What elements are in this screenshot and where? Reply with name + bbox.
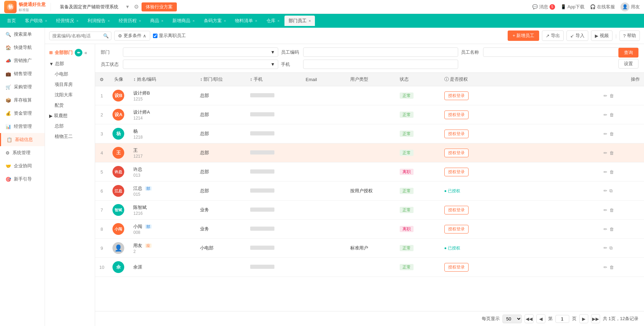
delete-icon[interactable]: 🗑 [609,265,614,270]
close-icon[interactable]: × [278,19,280,23]
nav-item-warehouse[interactable]: 仓库 × [262,16,284,26]
col-phone-header[interactable]: ↕ 手机 [246,73,302,86]
empcode-input[interactable] [303,47,459,57]
auth-button[interactable]: 授权登录 [444,149,469,157]
copy-icon[interactable]: ⧉ [609,188,613,194]
delete-icon[interactable]: 🗑 [609,131,614,136]
delete-icon[interactable]: 🗑 [609,150,614,156]
edit-icon[interactable]: ✏ [604,93,607,98]
dept-item-shenyangdaku[interactable]: 沈阳大库 [45,90,95,100]
sidebar-item-search[interactable]: 🔍 搜索菜单 [0,28,45,41]
page-size-select[interactable]: 50 20 100 [502,315,522,323]
col-dept-header[interactable]: ↕ 部门/职位 [196,73,246,86]
nav-item-add-goods[interactable]: 新增商品 × [168,16,199,26]
system-title-dropdown-icon[interactable]: ▼ [125,4,130,9]
sidebar-item-marketing[interactable]: 📣 营销推广 [0,54,45,67]
sidebar-item-quicknav[interactable]: 🏠 快捷导航 [0,41,45,54]
col-name-header[interactable]: ↕ 姓名/编码 [129,73,196,86]
edit-icon[interactable]: ✏ [604,112,607,117]
sidebar-item-management[interactable]: 📊 经营管理 [0,120,45,133]
dept-item-xiangmukufang[interactable]: 项目库房 [45,79,95,90]
nav-item-bom[interactable]: 物料清单 × [231,16,261,26]
empname-input[interactable] [483,47,638,57]
auth-button[interactable]: 授权登录 [444,91,469,100]
dept-edit-button[interactable]: ✏ [75,49,82,56]
phone-input[interactable] [303,60,459,69]
resigned-checkbox-input[interactable] [153,34,157,38]
close-icon[interactable]: × [161,19,163,23]
last-page-btn[interactable]: ▶▶ [591,314,600,323]
view-button[interactable]: ▶ 视频 [591,30,613,41]
more-filter-btn[interactable]: ⚙ 更多条件 ∧ [114,31,150,41]
edit-icon[interactable]: ✏ [604,188,607,194]
delete-icon[interactable]: 🗑 [609,227,614,232]
auth-button[interactable]: 授权登录 [444,206,469,214]
help-button[interactable]: ? 帮助 [619,30,640,41]
export-button[interactable]: ↗ 导出 [542,30,564,41]
auth-button[interactable]: 授权登录 [444,263,469,272]
close-icon[interactable]: × [224,19,226,23]
sidebar-item-purchase[interactable]: 🛒 采购管理 [0,80,45,94]
sidebar-item-collab[interactable]: 🤝 企业协同 [0,159,45,173]
edit-icon[interactable]: ✏ [604,131,607,136]
dept-item-xiaodibu[interactable]: 小电部 [45,69,95,79]
nav-item-operation[interactable]: 经营情况 × [52,16,82,26]
dept-item-peihuo[interactable]: 配货 [45,100,95,111]
add-employee-button[interactable]: + 新增员工 [508,30,539,41]
nav-item-profit[interactable]: 利润报告 × [83,16,114,26]
user-avatar[interactable]: 👤 用友 [620,2,640,11]
prev-page-btn[interactable]: ◀ [536,314,545,323]
search-input[interactable] [49,32,111,40]
auth-button[interactable]: 授权登录 [444,111,469,119]
auth-button[interactable]: 授权登录 [444,225,469,234]
trial-button[interactable]: 体验行业方案 [142,2,177,11]
dept-item-zongbu-child[interactable]: 总部 [45,121,95,131]
nav-item-goods[interactable]: 商品 × [146,16,167,26]
edit-icon[interactable]: ✏ [604,227,607,232]
copy-icon[interactable]: ⧉ [609,245,613,251]
page-number-input[interactable] [555,315,569,323]
close-icon[interactable]: × [192,19,194,23]
auth-button[interactable]: 授权登录 [444,130,469,138]
nav-item-customer[interactable]: 客户联络 × [21,16,51,26]
close-icon[interactable]: × [76,19,78,23]
dept-item-zhiwuwang[interactable]: 植物王二 [45,131,95,142]
sidebar-item-guide[interactable]: 🎯 新手引导 [0,173,45,186]
edit-icon[interactable]: ✏ [604,265,607,270]
sidebar-item-sales[interactable]: 💼 销售管理 [0,67,45,80]
nav-item-history[interactable]: 经营历程 × [115,16,145,26]
delete-icon[interactable]: 🗑 [609,169,614,175]
message-btn[interactable]: 💬 消息 5 [532,4,555,10]
reset-button[interactable]: 设置 [618,59,638,69]
gear-icon[interactable]: ⚙ [134,3,139,10]
settings-icon[interactable]: ⚙ [100,77,104,82]
nav-item-barcode[interactable]: 条码方案 × [200,16,230,26]
close-icon[interactable]: × [45,19,47,23]
auth-button[interactable]: 授权登录 [444,168,469,176]
show-resigned-checkbox[interactable]: 显示离职员工 [153,33,186,39]
sidebar-item-system[interactable]: ⚙ 系统管理 [0,146,45,159]
nav-item-employee[interactable]: 部门员工 × [284,16,315,26]
nav-item-home[interactable]: 首页 [3,16,20,26]
edit-icon[interactable]: ✏ [604,150,607,156]
delete-icon[interactable]: 🗑 [609,93,614,98]
next-page-btn[interactable]: ▶ [579,314,588,323]
dept-select[interactable]: ▼ [123,47,278,57]
dept-tree-header[interactable]: ⊞ 全部部门 ✏ « [45,47,95,59]
delete-icon[interactable]: 🗑 [609,208,614,213]
import-button[interactable]: ↙ 导入 [566,30,588,41]
sidebar-item-inventory[interactable]: 📦 库存核算 [0,94,45,107]
status-select[interactable]: ▼ [123,60,278,69]
app-download-btn[interactable]: 📱 App下载 [561,4,584,10]
dept-item-zongbu-parent[interactable]: ▼ 总部 [45,59,95,69]
close-icon[interactable]: × [139,19,141,23]
close-icon[interactable]: × [108,19,110,23]
query-button[interactable]: 查询 [618,48,638,58]
close-icon[interactable]: × [309,19,311,23]
sidebar-item-finance[interactable]: 💰 资金管理 [0,107,45,120]
close-icon[interactable]: × [255,19,257,23]
edit-icon[interactable]: ✏ [604,169,607,175]
first-page-btn[interactable]: ◀◀ [525,314,534,323]
online-service-btn[interactable]: 🎧 在线客服 [590,4,615,10]
edit-icon[interactable]: ✏ [604,208,607,213]
